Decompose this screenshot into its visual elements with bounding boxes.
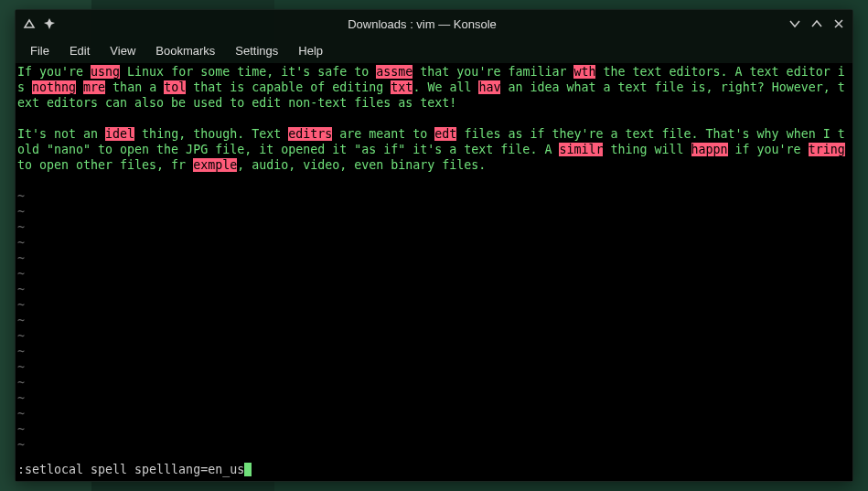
- vim-text-paragraph-1: If you're usng Linux for some time, it's…: [17, 65, 845, 110]
- tilde-line: ~: [17, 407, 25, 421]
- terminal-area[interactable]: If you're usng Linux for some time, it's…: [16, 63, 852, 481]
- spell-error-word: idel: [105, 127, 134, 141]
- window-title: Downloads : vim — Konsole: [56, 17, 788, 31]
- tilde-line: ~: [17, 376, 25, 390]
- tilde-line: ~: [17, 205, 25, 219]
- spell-error-word: exmple: [193, 158, 237, 172]
- tilde-line: ~: [17, 220, 25, 234]
- tilde-line: ~: [17, 251, 25, 265]
- tilde-line: ~: [17, 267, 25, 281]
- tilde-line: ~: [17, 391, 25, 405]
- text-span: , audio, video, even binary files.: [237, 158, 486, 172]
- tilde-line: ~: [17, 360, 25, 374]
- tilde-line: ~: [17, 236, 25, 250]
- tilde-line: ~: [17, 438, 25, 452]
- spell-error-word: editrs: [288, 127, 332, 141]
- close-icon[interactable]: [832, 17, 845, 30]
- text-span: are meant to: [332, 127, 434, 141]
- menu-file[interactable]: File: [21, 40, 59, 61]
- menubar: File Edit View Bookmarks Settings Help: [16, 37, 852, 63]
- vim-command-line[interactable]: :setlocal spell spelllang=en_us: [17, 462, 252, 477]
- tilde-line: ~: [17, 283, 25, 296]
- spell-error-word: happn: [691, 143, 728, 156]
- vim-text-paragraph-2: It's not an idel thing, though. Text edi…: [17, 127, 852, 172]
- text-span: than a: [105, 80, 164, 94]
- spell-error-word: mre: [83, 80, 105, 94]
- menu-edit[interactable]: Edit: [60, 40, 99, 61]
- blank-line: [17, 112, 25, 125]
- text-span: If you're: [17, 65, 91, 79]
- tilde-line: ~: [17, 345, 25, 358]
- spell-error-word: wth: [573, 65, 595, 79]
- text-span: It's not an: [17, 127, 105, 141]
- text-span: . We all: [413, 80, 478, 94]
- tilde-line: ~: [17, 314, 25, 327]
- maximize-icon[interactable]: [810, 17, 823, 30]
- command-text: :setlocal spell spelllang=en_us: [17, 463, 244, 476]
- titlebar: Downloads : vim — Konsole: [16, 10, 852, 37]
- spell-error-word: edt: [434, 127, 456, 141]
- spell-error-word: tol: [164, 80, 186, 94]
- spell-error-word: assme: [376, 65, 413, 79]
- spell-error-word: tring: [809, 143, 845, 156]
- text-span: that you're familiar: [413, 65, 573, 79]
- spell-error-word: nothng: [32, 80, 76, 94]
- tilde-line: ~: [17, 298, 25, 312]
- minimize-icon[interactable]: [788, 17, 801, 30]
- tilde-line: ~: [17, 422, 25, 436]
- menu-bookmarks[interactable]: Bookmarks: [146, 40, 224, 61]
- app-menu-icon[interactable]: [23, 17, 36, 30]
- cursor: [244, 463, 252, 476]
- spell-error-word: hav: [478, 80, 500, 94]
- text-span: [76, 80, 83, 94]
- menu-help[interactable]: Help: [289, 40, 332, 61]
- pin-icon[interactable]: [43, 17, 56, 30]
- tilde-line: ~: [17, 329, 25, 343]
- text-span: that is capable of editing: [186, 80, 391, 94]
- text-span: if you're: [728, 143, 809, 156]
- text-span: thing will: [603, 143, 691, 156]
- vim-empty-lines: ~ ~ ~ ~ ~ ~ ~ ~ ~ ~ ~ ~ ~ ~ ~ ~ ~: [17, 189, 25, 452]
- konsole-window: Downloads : vim — Konsole File Edit View…: [15, 9, 853, 482]
- spell-error-word: usng: [91, 65, 120, 79]
- text-span: thing, though. Text: [134, 127, 288, 141]
- menu-view[interactable]: View: [101, 40, 145, 61]
- menu-settings[interactable]: Settings: [226, 40, 287, 61]
- text-span: Linux for some time, it's safe to: [120, 65, 376, 79]
- spell-error-word: txt: [391, 80, 413, 94]
- tilde-line: ~: [17, 189, 25, 203]
- spell-error-word: similr: [559, 143, 603, 156]
